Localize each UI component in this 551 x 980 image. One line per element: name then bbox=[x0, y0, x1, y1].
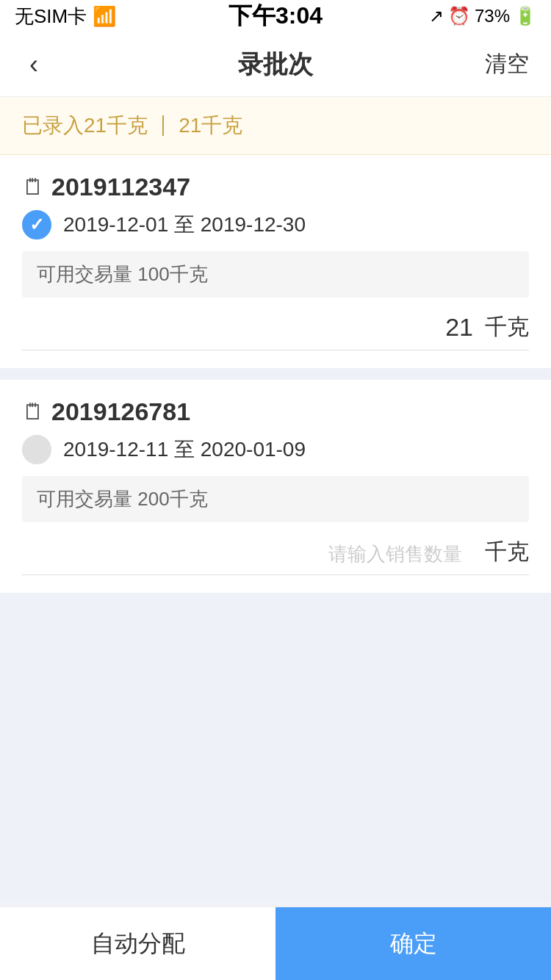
clear-button[interactable]: 清空 bbox=[485, 49, 529, 79]
batch-input-row-1: 21 千克 bbox=[22, 312, 529, 350]
status-left: 无SIM卡 📶 bbox=[15, 4, 116, 29]
batch-number-1: 2019112347 bbox=[51, 173, 190, 201]
batch-header-1: 🗒 2019112347 bbox=[22, 173, 529, 201]
battery-text: 73% bbox=[475, 6, 510, 26]
empty-area bbox=[0, 593, 551, 901]
batch-value-1: 21 bbox=[22, 313, 473, 342]
bottom-bar: 自动分配 确定 bbox=[0, 907, 551, 980]
batch-unit-2: 千克 bbox=[485, 537, 529, 567]
status-right: ↗ ⏰ 73% 🔋 bbox=[429, 6, 536, 26]
batch-date-1: 2019-12-01 至 2019-12-30 bbox=[63, 211, 306, 239]
batch-date-row-2: 2019-12-11 至 2020-01-09 bbox=[22, 435, 529, 464]
carrier-text: 无SIM卡 bbox=[15, 4, 87, 29]
batch-qty-label-2: 可用交易量 200千克 bbox=[22, 476, 529, 522]
nav-bar: ‹ 录批次 清空 bbox=[0, 32, 551, 97]
batch-date-2: 2019-12-11 至 2020-01-09 bbox=[63, 436, 306, 464]
batch-item-2: 🗒 2019126781 2019-12-11 至 2020-01-09 可用交… bbox=[0, 380, 551, 593]
batch-unit-1: 千克 bbox=[485, 312, 529, 342]
status-bar: 无SIM卡 📶 下午3:04 ↗ ⏰ 73% 🔋 bbox=[0, 0, 551, 32]
batch-radio-1[interactable] bbox=[22, 210, 51, 239]
alarm-icon: ⏰ bbox=[448, 6, 470, 26]
confirm-button[interactable]: 确定 bbox=[276, 907, 551, 980]
batch-header-2: 🗒 2019126781 bbox=[22, 397, 529, 426]
summary-bar: 已录入21千克 21千克 bbox=[0, 97, 551, 155]
page-title: 录批次 bbox=[238, 48, 313, 82]
status-time: 下午3:04 bbox=[228, 0, 323, 32]
batch-list: 🗒 2019112347 2019-12-01 至 2019-12-30 可用交… bbox=[0, 155, 551, 901]
batch-input-2[interactable] bbox=[326, 538, 473, 566]
battery-icon: 🔋 bbox=[514, 6, 536, 26]
batch-item-1: 🗒 2019112347 2019-12-01 至 2019-12-30 可用交… bbox=[0, 155, 551, 368]
location-icon: ↗ bbox=[429, 6, 444, 26]
summary-value: 21千克 bbox=[179, 112, 242, 140]
batch-radio-2[interactable] bbox=[22, 435, 51, 464]
summary-label: 已录入21千克 bbox=[22, 112, 148, 140]
section-divider bbox=[0, 368, 551, 380]
batch-number-2: 2019126781 bbox=[51, 397, 190, 426]
batch-qty-label-1: 可用交易量 100千克 bbox=[22, 251, 529, 298]
batch-icon-2: 🗒 bbox=[22, 400, 44, 425]
batch-date-row-1: 2019-12-01 至 2019-12-30 bbox=[22, 210, 529, 239]
summary-divider bbox=[162, 115, 164, 136]
auto-distribute-button[interactable]: 自动分配 bbox=[0, 907, 276, 980]
batch-icon-1: 🗒 bbox=[22, 175, 44, 200]
batch-input-row-2: 千克 bbox=[22, 537, 529, 575]
wifi-icon: 📶 bbox=[93, 5, 116, 28]
back-button[interactable]: ‹ bbox=[22, 42, 46, 87]
